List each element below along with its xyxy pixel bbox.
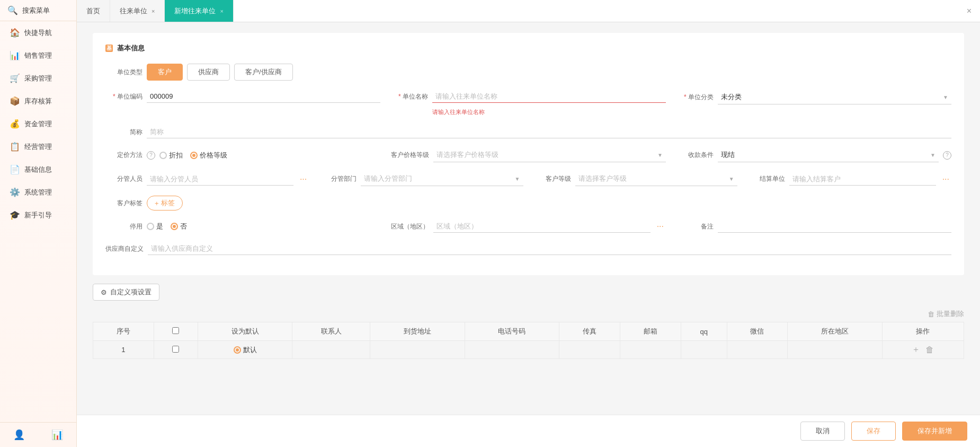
col-phone: 电话号码: [465, 322, 559, 341]
disable-region-remarks-row: 停用 是 否 区: [105, 220, 951, 233]
row-delete-btn[interactable]: 🗑: [925, 345, 934, 355]
sidebar-item-basic-info[interactable]: 📄 基础信息: [0, 158, 76, 181]
customer-price-level-select[interactable]: 请选择客户价格等级 ▼: [433, 148, 666, 162]
supplier-custom-row: 供应商自定义: [105, 242, 951, 255]
supervisor-input[interactable]: [147, 173, 293, 186]
row-region: [788, 341, 882, 359]
pricing-help-icon[interactable]: ?: [147, 151, 155, 160]
supervisor-more-btn[interactable]: ···: [298, 174, 309, 184]
supplier-custom-group: 供应商自定义: [105, 242, 951, 255]
unit-name-label: 单位名称: [391, 92, 428, 101]
tab-home[interactable]: 首页: [77, 0, 110, 22]
payment-terms-select[interactable]: 现结 ▼: [718, 148, 939, 162]
sidebar-stats-btn[interactable]: 📊: [38, 423, 76, 447]
unit-category-label: 单位分类: [676, 93, 714, 102]
custom-settings-button[interactable]: ⚙ 自定义项设置: [93, 284, 159, 301]
unit-code-label: 单位编码: [105, 92, 142, 101]
unit-type-label: 单位类型: [105, 68, 142, 77]
section-title-icon: 基: [105, 45, 113, 52]
row-email: [620, 341, 681, 359]
department-select[interactable]: 请输入分管部门 ▼: [361, 172, 523, 186]
tab-partners[interactable]: 往来单位 ×: [110, 0, 165, 22]
operations-icon: 📋: [10, 142, 20, 152]
short-name-input[interactable]: [147, 126, 951, 138]
tab-new-partner-close[interactable]: ×: [220, 8, 223, 14]
radio-discount-outer: [159, 152, 167, 159]
radio-price-level[interactable]: 价格等级: [190, 151, 227, 160]
supervisor-row: 分管人员 ··· 分管部门 请输入分管部门 ▼ 客户等级 请选择客户等级 ▼: [105, 172, 951, 186]
remarks-input[interactable]: [718, 220, 951, 233]
tab-new-partner[interactable]: 新增往来单位 ×: [165, 0, 233, 22]
add-tag-btn[interactable]: + 标签: [147, 196, 183, 211]
tab-partners-close[interactable]: ×: [152, 8, 155, 14]
save-button[interactable]: 保存: [851, 422, 896, 441]
sidebar-item-label-basic-info: 基础信息: [24, 165, 52, 174]
row-address: [370, 341, 465, 359]
sidebar-item-finance[interactable]: 💰 资金管理: [0, 112, 76, 135]
sidebar-item-inventory[interactable]: 📦 库存核算: [0, 90, 76, 112]
radio-price-level-outer: [190, 152, 198, 159]
cancel-button[interactable]: 取消: [800, 422, 845, 441]
row-default-radio[interactable]: 默认: [234, 345, 257, 355]
short-name-label: 简称: [105, 128, 142, 137]
batch-delete-btn[interactable]: 🗑 批量删除: [928, 309, 964, 319]
supplier-custom-input[interactable]: [148, 242, 951, 255]
sidebar-item-label-finance: 资金管理: [24, 119, 52, 129]
disable-label: 停用: [105, 222, 142, 231]
payment-terms-value: 现结: [721, 150, 928, 160]
gear-icon: ⚙: [101, 288, 107, 296]
sidebar-item-operations[interactable]: 📋 经营管理: [0, 135, 76, 158]
guide-icon: 🎓: [10, 210, 20, 220]
row-checkbox[interactable]: [172, 346, 179, 353]
sidebar-bottom: 👤 📊: [0, 422, 76, 447]
sidebar-item-quick-nav[interactable]: 🏠 快捷导航: [0, 21, 76, 44]
select-all-checkbox[interactable]: [172, 327, 179, 334]
sidebar-item-system[interactable]: ⚙️ 系统管理: [0, 181, 76, 204]
unit-category-select[interactable]: 未分类 ▼: [718, 90, 951, 104]
unit-category-group: 单位分类 未分类 ▼: [676, 90, 951, 104]
save-add-button[interactable]: 保存并新增: [902, 422, 967, 441]
disable-group: 停用 是 否: [105, 222, 380, 231]
sidebar-item-sales[interactable]: 📊 销售管理: [0, 44, 76, 67]
row-fax: [559, 341, 620, 359]
batch-delete-area: 🗑 批量删除: [93, 309, 964, 319]
unit-btn-both[interactable]: 客户/供应商: [234, 64, 293, 81]
radio-yes-outer: [147, 223, 154, 230]
col-fax: 传真: [559, 322, 620, 341]
customer-tag-row: 客户标签 + 标签: [105, 196, 951, 211]
payment-terms-help-icon[interactable]: ?: [943, 151, 951, 160]
unit-btn-supplier[interactable]: 供应商: [187, 64, 230, 81]
unit-btn-customer[interactable]: 客户: [147, 64, 183, 81]
customer-level-select[interactable]: 请选择客户等级 ▼: [575, 172, 737, 186]
sidebar-search[interactable]: 🔍 搜索菜单: [0, 0, 76, 21]
sidebar-item-purchase[interactable]: 🛒 采购管理: [0, 67, 76, 90]
custom-settings-label: 自定义项设置: [110, 287, 152, 297]
settlement-input[interactable]: [789, 173, 936, 186]
close-all-tabs[interactable]: ×: [958, 0, 980, 22]
pricing-radio-group: 折扣 价格等级: [159, 151, 227, 160]
sidebar-user-btn[interactable]: 👤: [0, 423, 38, 447]
row-add-btn[interactable]: ＋: [912, 344, 920, 355]
radio-no-inner: [173, 225, 176, 228]
unit-code-input[interactable]: [147, 90, 380, 103]
col-region: 所在地区: [788, 322, 882, 341]
system-icon: ⚙️: [10, 187, 20, 197]
radio-yes[interactable]: 是: [147, 222, 163, 231]
radio-discount[interactable]: 折扣: [159, 151, 183, 160]
sidebar-item-label-quick-nav: 快捷导航: [24, 28, 52, 38]
tab-home-label: 首页: [86, 6, 100, 16]
region-more-btn[interactable]: ···: [655, 222, 666, 231]
sidebar-item-guide[interactable]: 🎓 新手引导: [0, 204, 76, 226]
sidebar-search-label: 搜索菜单: [22, 6, 50, 15]
radio-price-level-inner: [192, 154, 195, 157]
sidebar-item-label-guide: 新手引导: [24, 211, 52, 220]
settlement-more-btn[interactable]: ···: [940, 174, 951, 184]
basic-info-icon: 📄: [10, 164, 20, 174]
region-input[interactable]: [433, 220, 651, 233]
col-wechat: 微信: [727, 322, 788, 341]
pricing-method-group: 定价方法 ? 折扣 价格等级: [105, 151, 380, 160]
unit-name-input[interactable]: [432, 90, 666, 103]
radio-no[interactable]: 否: [171, 222, 187, 231]
department-chevron: ▼: [515, 176, 520, 182]
department-label: 分管部门: [319, 174, 357, 183]
